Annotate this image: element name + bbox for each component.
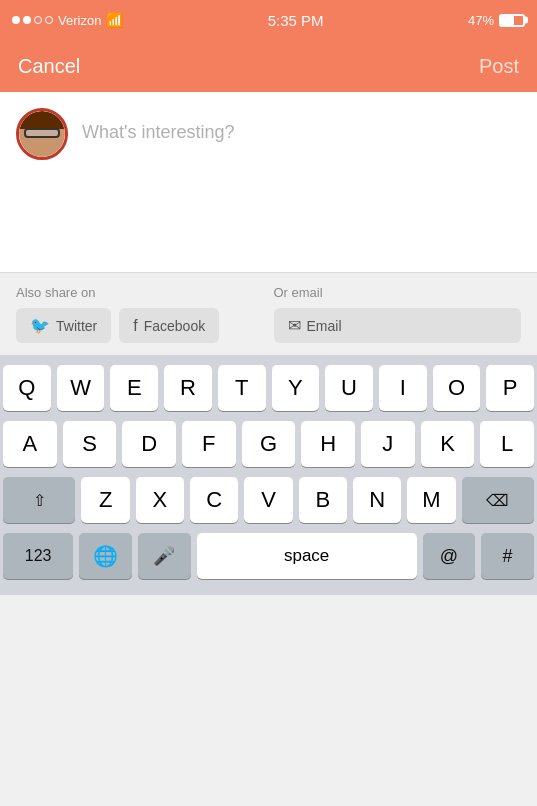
facebook-label: Facebook xyxy=(144,318,205,334)
key-l[interactable]: L xyxy=(480,421,534,467)
key-k[interactable]: K xyxy=(421,421,475,467)
key-y[interactable]: Y xyxy=(272,365,320,411)
key-h[interactable]: H xyxy=(301,421,355,467)
key-m[interactable]: M xyxy=(407,477,455,523)
share-row: Also share on 🐦 Twitter f Facebook Or em… xyxy=(16,285,521,343)
hash-key[interactable]: # xyxy=(481,533,534,579)
status-right: 47% xyxy=(468,13,525,28)
key-q[interactable]: Q xyxy=(3,365,51,411)
keyboard-row-3: ⇧ Z X C V B N M ⌫ xyxy=(3,477,534,523)
dot3 xyxy=(34,16,42,24)
key-j[interactable]: J xyxy=(361,421,415,467)
dot4 xyxy=(45,16,53,24)
compose-placeholder[interactable]: What's interesting? xyxy=(82,108,235,143)
key-f[interactable]: F xyxy=(182,421,236,467)
keyboard-row-2: A S D F G H J K L xyxy=(3,421,534,467)
share-section: Also share on 🐦 Twitter f Facebook Or em… xyxy=(0,272,537,355)
twitter-icon: 🐦 xyxy=(30,316,50,335)
twitter-label: Twitter xyxy=(56,318,97,334)
status-left: Verizon 📶 xyxy=(12,12,123,28)
avatar-face xyxy=(19,111,65,157)
email-icon: ✉ xyxy=(288,316,301,335)
avatar-glasses xyxy=(24,128,61,137)
key-g[interactable]: G xyxy=(242,421,296,467)
share-buttons: 🐦 Twitter f Facebook xyxy=(16,308,264,343)
key-z[interactable]: Z xyxy=(81,477,129,523)
post-button[interactable]: Post xyxy=(479,55,519,78)
shift-key[interactable]: ⇧ xyxy=(3,477,75,523)
space-key[interactable]: space xyxy=(197,533,417,579)
key-x[interactable]: X xyxy=(136,477,184,523)
key-c[interactable]: C xyxy=(190,477,238,523)
delete-key[interactable]: ⌫ xyxy=(462,477,534,523)
key-t[interactable]: T xyxy=(218,365,266,411)
battery-fill xyxy=(501,16,514,25)
carrier-label: Verizon xyxy=(58,13,101,28)
dot1 xyxy=(12,16,20,24)
key-w[interactable]: W xyxy=(57,365,105,411)
key-p[interactable]: P xyxy=(486,365,534,411)
mic-key[interactable]: 🎤 xyxy=(138,533,191,579)
compose-area: What's interesting? xyxy=(0,92,537,272)
key-r[interactable]: R xyxy=(164,365,212,411)
clock: 5:35 PM xyxy=(268,12,324,29)
status-bar: Verizon 📶 5:35 PM 47% xyxy=(0,0,537,40)
key-d[interactable]: D xyxy=(122,421,176,467)
nav-bar: Cancel Post xyxy=(0,40,537,92)
keyboard-row-1: Q W E R T Y U I O P xyxy=(3,365,534,411)
share-right: Or email ✉ Email xyxy=(274,285,522,343)
facebook-icon: f xyxy=(133,317,137,335)
signal-dots xyxy=(12,16,53,24)
key-e[interactable]: E xyxy=(110,365,158,411)
or-email-label: Or email xyxy=(274,285,522,300)
battery-percent: 47% xyxy=(468,13,494,28)
keyboard-row-4: 123 🌐 🎤 space @ # xyxy=(3,533,534,579)
key-n[interactable]: N xyxy=(353,477,401,523)
twitter-button[interactable]: 🐦 Twitter xyxy=(16,308,111,343)
key-o[interactable]: O xyxy=(433,365,481,411)
avatar-hair xyxy=(19,111,65,129)
avatar xyxy=(16,108,68,160)
share-left: Also share on 🐦 Twitter f Facebook xyxy=(16,285,264,343)
key-u[interactable]: U xyxy=(325,365,373,411)
key-i[interactable]: I xyxy=(379,365,427,411)
email-button[interactable]: ✉ Email xyxy=(274,308,522,343)
key-v[interactable]: V xyxy=(244,477,292,523)
at-key[interactable]: @ xyxy=(423,533,476,579)
numbers-key[interactable]: 123 xyxy=(3,533,73,579)
key-b[interactable]: B xyxy=(299,477,347,523)
key-a[interactable]: A xyxy=(3,421,57,467)
wifi-icon: 📶 xyxy=(106,12,123,28)
keyboard: Q W E R T Y U I O P A S D F G H J K L ⇧ … xyxy=(0,355,537,595)
email-label: Email xyxy=(307,318,342,334)
facebook-button[interactable]: f Facebook xyxy=(119,308,219,343)
dot2 xyxy=(23,16,31,24)
key-s[interactable]: S xyxy=(63,421,117,467)
globe-key[interactable]: 🌐 xyxy=(79,533,132,579)
cancel-button[interactable]: Cancel xyxy=(18,55,80,78)
battery-icon xyxy=(499,14,525,27)
also-share-label: Also share on xyxy=(16,285,264,300)
